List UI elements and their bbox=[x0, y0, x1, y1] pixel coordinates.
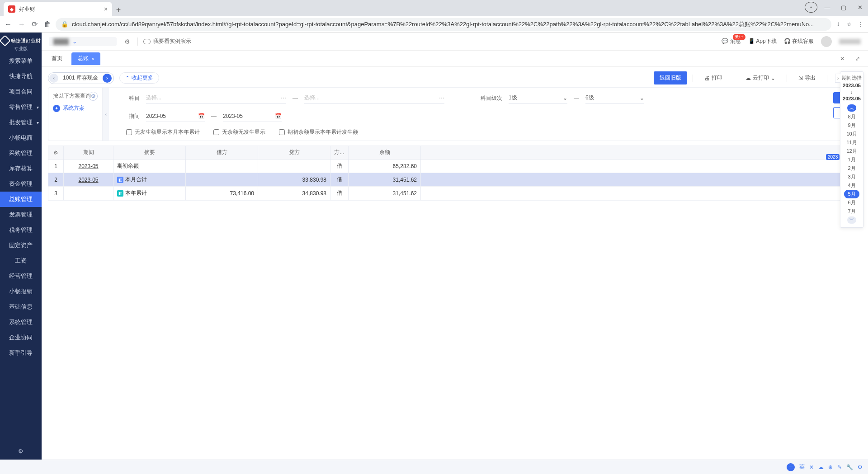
table-row[interactable]: 3◧本年累计73,416.0034,830.98借31,451.62 bbox=[48, 187, 861, 200]
new-tab-button[interactable]: + bbox=[112, 4, 125, 16]
period-month[interactable]: 7月 bbox=[844, 207, 859, 216]
maximize-icon[interactable]: ▢ bbox=[837, 2, 850, 13]
cloud-print-button[interactable]: ☁ 云打印 ⌄ bbox=[740, 71, 781, 84]
sidebar-item[interactable]: 固定资产 bbox=[0, 238, 42, 253]
sidebar-item[interactable]: 快捷导航 bbox=[0, 69, 42, 84]
star-icon[interactable]: ☆ bbox=[847, 21, 852, 28]
col-period[interactable]: 期间 bbox=[64, 146, 113, 159]
chevron-left-icon[interactable]: ‹ bbox=[49, 74, 58, 83]
period-up-icon[interactable]: ︽ bbox=[847, 104, 856, 112]
sidebar-item[interactable]: 搜索菜单 bbox=[0, 53, 42, 69]
delete-icon[interactable]: 🗑 bbox=[44, 20, 51, 28]
back-old-button[interactable]: 退回旧版 bbox=[654, 71, 687, 84]
period-month[interactable]: 8月 bbox=[844, 113, 859, 121]
collapse-button[interactable]: ⌃ 收起更多 bbox=[119, 72, 159, 84]
tray-icon[interactable]: 🔧 bbox=[846, 464, 853, 470]
sidebar-item[interactable]: 系统管理 bbox=[0, 314, 42, 330]
customer-service-button[interactable]: 🎧 在线客服 bbox=[784, 38, 814, 45]
subject-to-input[interactable]: 选择...⋯ bbox=[304, 92, 444, 104]
sidebar-item[interactable]: 零售管理▾ bbox=[0, 99, 42, 115]
col-credit[interactable]: 贷方 bbox=[258, 146, 330, 159]
period-month[interactable]: 2月 bbox=[844, 164, 859, 173]
checkbox-no-balance[interactable]: 无余额无发生显示 bbox=[213, 128, 265, 136]
tray-icon[interactable]: ⚙ bbox=[858, 464, 863, 470]
sidebar-item[interactable]: 工资 bbox=[0, 253, 42, 268]
system-scheme-button[interactable]: ✦ 系统方案 bbox=[53, 104, 85, 112]
sidebar-item[interactable]: 经营管理 bbox=[0, 268, 42, 284]
export-button[interactable]: ⇲ 导出 bbox=[793, 71, 821, 84]
period-month[interactable]: 4月 bbox=[844, 181, 859, 190]
app-download-button[interactable]: 📱 App下载 bbox=[748, 38, 777, 45]
sidebar-item[interactable]: 库存核算 bbox=[0, 161, 42, 176]
sidebar-item[interactable]: 税务管理 bbox=[0, 222, 42, 238]
tab-ledger[interactable]: 总账 × bbox=[71, 52, 100, 65]
filter-gear-icon[interactable]: ⚙ bbox=[89, 92, 98, 101]
calendar-icon[interactable]: 📅 bbox=[198, 113, 205, 119]
close-tab-icon[interactable]: × bbox=[104, 5, 108, 13]
tray-icon[interactable]: ☁ bbox=[818, 464, 824, 470]
period-down-icon[interactable]: ︾ bbox=[847, 216, 856, 224]
col-balance[interactable]: 余额 bbox=[349, 146, 421, 159]
checkbox-no-occur[interactable]: 无发生额显示本月本年累计 bbox=[126, 128, 200, 136]
close-tab-icon[interactable]: × bbox=[91, 56, 94, 61]
col-debit[interactable]: 借方 bbox=[186, 146, 258, 159]
reload-icon[interactable]: ⟳ bbox=[32, 20, 38, 28]
menu-icon[interactable]: ⋮ bbox=[858, 21, 863, 28]
print-button[interactable]: 🖨 打印 bbox=[698, 71, 728, 84]
period-month[interactable]: 10月 bbox=[844, 130, 859, 138]
sidebar-item[interactable]: 基础信息 bbox=[0, 299, 42, 314]
fullscreen-icon[interactable]: ⤢ bbox=[853, 54, 863, 64]
col-summary[interactable]: 摘要 bbox=[113, 146, 186, 159]
sidebar-item[interactable]: 批发管理▾ bbox=[0, 115, 42, 130]
calendar-icon[interactable]: 📅 bbox=[275, 113, 282, 119]
collapse-left-icon[interactable]: ‹ bbox=[103, 88, 109, 141]
sidebar-item[interactable]: 项目合同 bbox=[0, 84, 42, 99]
period-month[interactable]: 11月 bbox=[844, 138, 859, 147]
back-icon[interactable]: ← bbox=[5, 20, 12, 28]
period-link[interactable]: 2023-05 bbox=[78, 163, 98, 169]
period-month[interactable]: 9月 bbox=[844, 121, 859, 130]
sidebar-item[interactable]: 新手引导 bbox=[0, 345, 42, 361]
level-from-select[interactable]: 1级⌄ bbox=[509, 92, 567, 104]
account-crumb[interactable]: ‹ 1001 库存现金 › bbox=[48, 72, 114, 84]
sidebar-item[interactable]: 小畅报销 bbox=[0, 284, 42, 299]
messages-button[interactable]: 💬 消息 99 + bbox=[722, 38, 741, 45]
sidebar-settings-icon[interactable]: ⚙ bbox=[0, 442, 42, 460]
org-selector[interactable]: ████ ⌄ bbox=[49, 37, 117, 46]
sidebar-item[interactable]: 企业协同 bbox=[0, 330, 42, 345]
install-icon[interactable]: ⤓ bbox=[836, 21, 840, 28]
level-to-select[interactable]: 6级⌄ bbox=[585, 92, 644, 104]
url-field[interactable]: 🔒 cloud.chanjet.com/cc/u6d89qwnryel/57bf… bbox=[56, 18, 831, 31]
period-month[interactable]: 12月 bbox=[844, 147, 859, 155]
sidebar-item[interactable]: 采购管理 bbox=[0, 145, 42, 161]
ime-indicator[interactable]: 英 bbox=[799, 463, 805, 471]
tray-icon[interactable]: ✕ bbox=[809, 464, 814, 470]
minimize-icon[interactable]: ― bbox=[821, 2, 834, 13]
more-icon[interactable]: ⋯ bbox=[281, 95, 286, 101]
tray-app-icon[interactable]: 王 bbox=[787, 463, 795, 471]
sidebar-item[interactable]: 小畅电商 bbox=[0, 130, 42, 145]
period-month[interactable]: 1月 bbox=[844, 155, 859, 164]
col-direction[interactable]: 方... bbox=[330, 146, 349, 159]
checkbox-opening-balance[interactable]: 期初余额显示本年累计发生额 bbox=[279, 128, 358, 136]
sidebar-item[interactable]: 资金管理 bbox=[0, 176, 42, 192]
account-icon[interactable] bbox=[805, 2, 817, 13]
tray-icon[interactable]: ✎ bbox=[837, 464, 842, 470]
sidebar-item[interactable]: 发票管理 bbox=[0, 207, 42, 222]
period-link[interactable]: 2023-05 bbox=[78, 177, 98, 183]
more-icon[interactable]: ⋯ bbox=[439, 95, 444, 101]
period-to-input[interactable]: 2023-05📅 bbox=[223, 110, 282, 122]
forward-icon[interactable]: → bbox=[18, 20, 25, 28]
avatar[interactable] bbox=[821, 36, 832, 47]
tray-icon[interactable]: ⊕ bbox=[828, 464, 833, 470]
gear-column-icon[interactable]: ⚙ bbox=[48, 146, 64, 159]
table-row[interactable]: 22023-05◧本月合计33,830.98借31,451.62 bbox=[48, 173, 861, 187]
chevron-right-icon[interactable]: › bbox=[103, 74, 112, 83]
period-month[interactable]: 3月 bbox=[844, 173, 859, 181]
panel-collapse-icon[interactable]: › bbox=[835, 74, 840, 83]
period-month[interactable]: 6月 bbox=[844, 198, 859, 207]
table-row[interactable]: 12023-05期初余额借65,282.60 bbox=[48, 160, 861, 173]
close-window-icon[interactable]: ✕ bbox=[854, 2, 866, 13]
browser-tab[interactable]: ◆ 好业财 × bbox=[4, 2, 112, 16]
sidebar-item[interactable]: 总账管理 bbox=[0, 192, 42, 207]
